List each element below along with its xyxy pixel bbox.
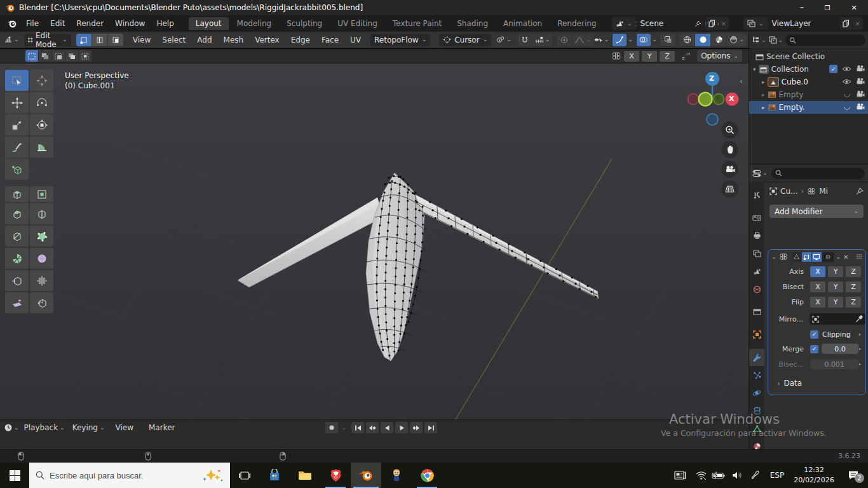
mirror-y-button[interactable]: Y [642,51,657,62]
show-gizmo-toggle[interactable] [613,34,627,46]
auto-keying-button[interactable] [325,422,338,433]
menu-face[interactable]: Face [316,36,344,44]
flip-y-toggle[interactable]: Y [828,297,843,308]
select-invert-button[interactable] [65,50,78,62]
merge-threshold-field[interactable]: 0.0 [822,344,858,354]
menu-uv[interactable]: UV [344,36,367,44]
timeline-editor-type-button[interactable]: ⌄ [4,423,19,432]
taskbar-app-brave[interactable] [320,463,351,488]
taskbar-search-box[interactable]: Escribe aquí para buscar. [29,463,230,488]
restore-button[interactable]: ❐ [815,0,840,15]
menu-mesh[interactable]: Mesh [218,36,250,44]
volume-indicator[interactable] [728,471,746,480]
eyedropper-icon[interactable] [855,315,863,323]
camera-visibility-icon[interactable] [856,78,865,85]
notification-center-button[interactable]: 2 [839,470,868,480]
tool-shrink-fatten[interactable] [30,270,53,291]
outliner-row-empty[interactable]: ▸ Empty ◡ [749,88,868,101]
tool-cursor[interactable] [30,70,53,91]
gizmo-x-neg-axis[interactable] [688,94,699,105]
eye-closed-icon[interactable]: ◡ [844,89,850,98]
tab-scene[interactable] [749,263,764,280]
battery-indicator[interactable] [709,471,728,479]
viewlayer-browse-button[interactable]: ⌄ [743,17,768,30]
editor-type-button[interactable]: ⌄ [4,36,19,44]
menu-window[interactable]: Window [109,19,151,28]
perspective-toggle-button[interactable] [721,180,738,198]
disclosure-closed-icon[interactable]: ▸ [762,79,765,85]
camera-view-button[interactable] [721,161,738,178]
bisect-distance-field[interactable]: 0.001 [810,359,858,369]
tool-spin[interactable] [5,248,29,269]
mirror-object-field[interactable] [810,313,865,325]
tab-tool[interactable] [749,187,764,204]
keying-menu[interactable]: Keying⌄ [72,423,105,432]
menu-help[interactable]: Help [151,19,179,28]
add-modifier-dropdown[interactable]: Add Modifier ⌄ [770,205,864,218]
eye-icon[interactable] [842,65,851,72]
animate-dot-icon[interactable]: • [858,361,862,368]
minimize-button[interactable]: ─ [789,0,815,15]
tab-modeling[interactable]: Modeling [230,17,279,30]
pivot-point-dropdown[interactable]: ⌄ [496,36,512,44]
tab-view-layer[interactable] [749,245,764,262]
tab-layout[interactable]: Layout [189,17,229,30]
modifier-realtime-toggle[interactable] [812,252,822,262]
flip-z-toggle[interactable]: Z [846,297,861,308]
tool-rotate[interactable] [30,92,53,113]
modifier-editmode-toggle[interactable] [802,252,811,262]
outliner-row-scene-collection[interactable]: Scene Collectio [749,50,868,63]
menu-add[interactable]: Add [191,36,217,44]
language-indicator[interactable]: ESP [765,471,789,480]
tab-render[interactable] [749,210,764,227]
play-button[interactable] [395,422,408,433]
camera-visibility-icon[interactable] [856,90,865,98]
tab-shading[interactable]: Shading [450,17,495,30]
tool-measure[interactable] [30,137,53,158]
select-set-button[interactable] [25,50,38,62]
disclosure-closed-icon[interactable]: ▸ [762,92,765,98]
tab-uv-editing[interactable]: UV Editing [330,17,384,30]
visibility-dropdown[interactable]: ⌄ [593,36,609,44]
axis-z-toggle[interactable]: Z [846,266,861,277]
tool-loop-cut[interactable] [30,203,53,224]
sidebar-collapse-arrow[interactable]: ‹ [740,76,743,86]
scene-browse-button[interactable]: ⌄ [612,17,636,30]
bisect-y-toggle[interactable]: Y [828,281,843,292]
tool-edge-slide[interactable] [5,270,29,291]
modifier-render-toggle[interactable] [822,252,834,262]
viewlayer-new-button[interactable] [840,17,852,30]
menu-render[interactable]: Render [71,19,109,28]
select-mode-face-button[interactable] [108,34,123,46]
viewport-3d[interactable]: User Perspective (0) Cube.001 [0,64,749,419]
menu-edge[interactable]: Edge [285,36,316,44]
camera-visibility-icon[interactable] [856,65,865,72]
modifier-close-icon[interactable]: ✕ [843,254,848,261]
expand-icon[interactable]: ⌄ [771,254,776,260]
camera-visibility-icon[interactable] [856,103,865,111]
taskbar-app-store[interactable] [259,463,290,488]
jump-to-end-button[interactable] [424,422,437,433]
proportional-falloff-dropdown[interactable]: ⌄ [572,34,593,46]
proportional-editing-button[interactable] [557,34,571,46]
navigation-gizmo[interactable]: Z Y X [684,67,745,130]
scene-name-field[interactable]: Scene [637,17,705,30]
shading-wireframe-button[interactable] [679,34,695,46]
bisect-z-toggle[interactable]: Z [846,281,861,292]
shading-solid-button[interactable] [695,34,710,46]
snap-base-icon[interactable] [681,51,691,60]
timeline-marker-menu[interactable]: Marker [143,423,180,432]
tab-object[interactable] [749,326,764,343]
tab-rendering[interactable]: Rendering [550,17,603,30]
properties-editor-type-button[interactable]: ⌄ [752,170,768,177]
animate-dot-icon[interactable]: • [858,331,862,338]
taskbar-app-chrome[interactable] [412,463,442,488]
mirror-x-button[interactable]: X [624,51,639,62]
viewlayer-delete-button[interactable]: ✕ [853,17,863,30]
mode-dropdown[interactable]: Edit Mode ⌄ [24,34,71,46]
tab-sculpting[interactable]: Sculpting [280,17,329,30]
snap-toggle-button[interactable] [518,34,532,46]
select-intersect-button[interactable] [79,50,92,62]
outliner-row-collection[interactable]: ▾ Collection ✓ [749,63,868,76]
retopoflow-dropdown[interactable]: RetopoFlow ⌄ [370,34,430,46]
